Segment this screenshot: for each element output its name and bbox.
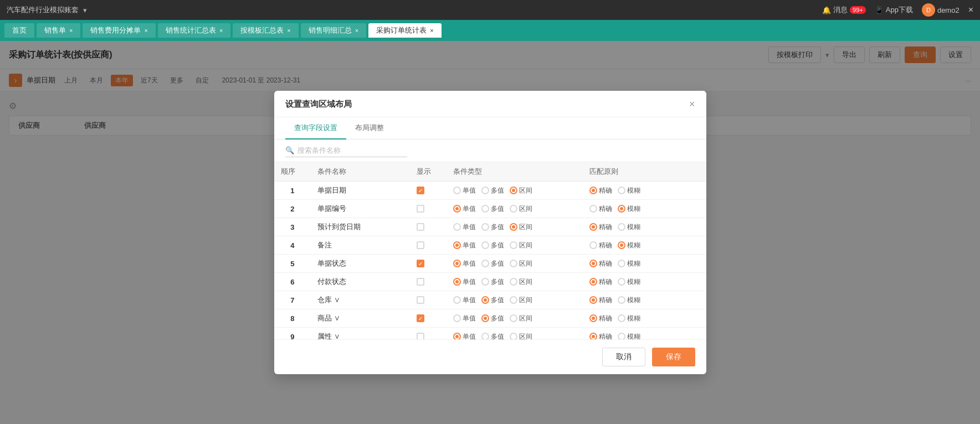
- display-checkbox[interactable]: [417, 296, 424, 304]
- tab-sales-detail-close[interactable]: ×: [355, 27, 358, 34]
- type-radio-item[interactable]: 区间: [510, 296, 532, 305]
- match-radio-item[interactable]: 模糊: [618, 314, 640, 323]
- row-type-cell: 单值多值区间: [447, 200, 582, 218]
- match-radio-item[interactable]: 精确: [589, 296, 612, 305]
- search-input[interactable]: [297, 146, 403, 154]
- tab-sales-summary[interactable]: 销售统计汇总表 ×: [158, 23, 230, 38]
- match-radio-item[interactable]: 模糊: [618, 223, 640, 232]
- type-radio-item[interactable]: 区间: [510, 332, 532, 340]
- type-radio-item[interactable]: 单值: [453, 241, 476, 250]
- type-radio-item[interactable]: 区间: [510, 186, 532, 195]
- match-radio-item[interactable]: 精确: [589, 223, 612, 232]
- type-radio-item[interactable]: 多值: [481, 259, 504, 268]
- radio-circle: [481, 187, 489, 194]
- radio-circle: [453, 296, 461, 304]
- type-radio-item[interactable]: 区间: [510, 314, 532, 323]
- tab-layout-adjust[interactable]: 布局调整: [346, 117, 393, 139]
- type-radio-item[interactable]: 单值: [453, 296, 476, 305]
- type-radio-item[interactable]: 单值: [453, 223, 476, 232]
- search-icon: 🔍: [285, 146, 294, 154]
- row-display-checkbox-cell: ✓: [410, 182, 447, 200]
- match-radio-item[interactable]: 精确: [589, 277, 612, 287]
- display-checkbox[interactable]: [417, 241, 424, 249]
- tab-query-field-settings[interactable]: 查询字段设置: [285, 117, 346, 139]
- table-row: 4备注单值多值区间精确模糊: [274, 236, 706, 255]
- row-name: 付款状态: [311, 273, 409, 291]
- radio-circle: [510, 314, 517, 322]
- type-radio-item[interactable]: 单值: [453, 277, 476, 287]
- match-radio-group: 精确模糊: [589, 186, 700, 195]
- radio-circle: [618, 260, 625, 267]
- type-radio-item[interactable]: 单值: [453, 332, 476, 340]
- match-radio-item[interactable]: 精确: [589, 332, 612, 340]
- tab-sales-summary-close[interactable]: ×: [219, 27, 223, 34]
- type-radio-item[interactable]: 区间: [510, 204, 532, 214]
- match-radio-item[interactable]: 精确: [589, 314, 612, 323]
- type-radio-item[interactable]: 区间: [510, 223, 532, 232]
- type-radio-item[interactable]: 单值: [453, 314, 476, 323]
- cancel-button[interactable]: 取消: [602, 348, 645, 366]
- display-checkbox[interactable]: [417, 278, 424, 286]
- notification-area[interactable]: 🔔 消息 99+: [822, 5, 866, 15]
- tab-layout-label: 布局调整: [355, 123, 384, 132]
- match-radio-item[interactable]: 模糊: [618, 332, 640, 340]
- user-area[interactable]: D demo2: [922, 3, 960, 17]
- radio-circle: [481, 260, 489, 267]
- tab-template-summary-close[interactable]: ×: [287, 27, 290, 34]
- match-radio-item[interactable]: 精确: [589, 186, 612, 195]
- type-radio-group: 单值多值区间: [453, 314, 576, 323]
- tab-purchase-order[interactable]: 采购订单统计表 ×: [368, 23, 441, 38]
- type-radio-group: 单值多值区间: [453, 296, 576, 305]
- type-radio-item[interactable]: 区间: [510, 277, 532, 287]
- type-radio-item[interactable]: 多值: [481, 314, 504, 323]
- type-radio-item[interactable]: 多值: [481, 223, 504, 232]
- app-download[interactable]: 📱 App下载: [875, 5, 913, 15]
- display-checkbox[interactable]: [417, 205, 424, 213]
- type-radio-item[interactable]: 多值: [481, 186, 504, 195]
- field-table-scroll[interactable]: 顺序 条件名称 显示 条件类型: [274, 162, 706, 339]
- match-radio-item[interactable]: 精确: [589, 241, 612, 250]
- row-order: 2: [274, 200, 311, 218]
- match-radio-item[interactable]: 模糊: [618, 259, 640, 268]
- match-radio-item[interactable]: 精确: [589, 204, 612, 214]
- type-radio-item[interactable]: 区间: [510, 259, 532, 268]
- display-checkbox[interactable]: [417, 223, 424, 231]
- type-radio-item[interactable]: 单值: [453, 259, 476, 268]
- type-radio-item[interactable]: 单值: [453, 186, 476, 195]
- tab-sales-order-close[interactable]: ×: [69, 27, 73, 34]
- tab-home-label: 首页: [12, 25, 27, 35]
- app-name: 汽车配件行业模拟账套: [7, 5, 79, 15]
- type-radio-item[interactable]: 多值: [481, 277, 504, 287]
- type-radio-group: 单值多值区间: [453, 204, 576, 214]
- type-radio-item[interactable]: 多值: [481, 296, 504, 305]
- display-checkbox[interactable]: ✓: [417, 187, 424, 194]
- match-radio-item[interactable]: 模糊: [618, 186, 640, 195]
- tab-sales-detail[interactable]: 销售明细汇总 ×: [301, 23, 366, 38]
- type-radio-item[interactable]: 区间: [510, 241, 532, 250]
- display-checkbox[interactable]: ✓: [417, 260, 424, 267]
- display-checkbox[interactable]: ✓: [417, 314, 424, 322]
- tab-sales-expense[interactable]: 销售费用分摊单 ×: [83, 23, 155, 38]
- match-radio-item[interactable]: 精确: [589, 259, 612, 268]
- tab-query-field-label: 查询字段设置: [294, 123, 337, 132]
- match-radio-group: 精确模糊: [589, 241, 700, 250]
- tab-template-summary[interactable]: 按模板汇总表 ×: [233, 23, 298, 38]
- tab-purchase-order-close[interactable]: ×: [430, 27, 433, 34]
- radio-circle: [618, 296, 625, 304]
- tab-sales-expense-close[interactable]: ×: [144, 27, 147, 34]
- type-radio-item[interactable]: 多值: [481, 332, 504, 340]
- type-radio-item[interactable]: 多值: [481, 204, 504, 214]
- type-radio-item[interactable]: 多值: [481, 241, 504, 250]
- top-close-button[interactable]: ×: [968, 5, 973, 15]
- tab-sales-order[interactable]: 销售单 ×: [37, 23, 80, 38]
- match-radio-item[interactable]: 模糊: [618, 241, 640, 250]
- match-radio-item[interactable]: 模糊: [618, 204, 640, 214]
- display-checkbox[interactable]: [417, 333, 424, 339]
- radio-circle: [481, 314, 489, 322]
- type-radio-item[interactable]: 单值: [453, 204, 476, 214]
- tab-home[interactable]: 首页: [4, 23, 34, 38]
- save-button[interactable]: 保存: [652, 348, 695, 366]
- match-radio-item[interactable]: 模糊: [618, 296, 640, 305]
- dialog-close-button[interactable]: ×: [689, 99, 695, 110]
- match-radio-item[interactable]: 模糊: [618, 277, 640, 287]
